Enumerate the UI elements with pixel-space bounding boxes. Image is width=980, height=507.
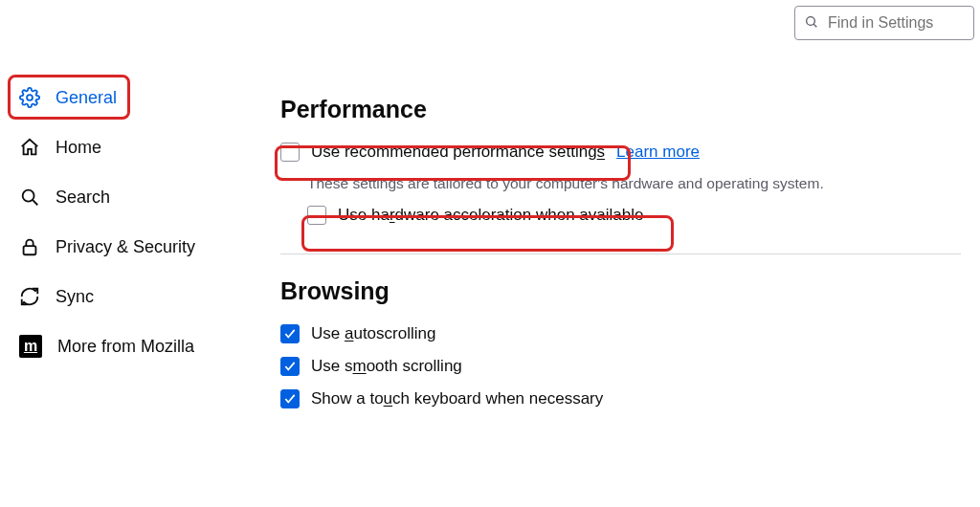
autoscroll-checkbox[interactable] bbox=[280, 324, 300, 343]
sync-icon bbox=[19, 286, 40, 307]
lock-icon bbox=[19, 236, 40, 257]
sidebar-item-label: More from Mozilla bbox=[57, 337, 194, 357]
search-input[interactable] bbox=[794, 6, 974, 40]
recommended-perf-label[interactable]: Use recommended performance settings bbox=[311, 143, 605, 162]
touch-keyboard-row: Show a touch keyboard when necessary bbox=[280, 389, 961, 408]
hw-accel-row: Use hardware acceleration when available bbox=[307, 206, 961, 225]
recommended-perf-row: Use recommended performance settings Lea… bbox=[280, 143, 961, 162]
section-divider bbox=[280, 254, 961, 254]
performance-heading: Performance bbox=[280, 96, 961, 123]
smooth-scroll-label[interactable]: Use smooth scrolling bbox=[311, 357, 462, 376]
sidebar-item-label: Home bbox=[56, 138, 101, 158]
recommended-perf-checkbox[interactable] bbox=[280, 143, 300, 162]
svg-line-4 bbox=[33, 200, 37, 205]
mozilla-icon: m bbox=[19, 335, 42, 358]
autoscroll-label[interactable]: Use autoscrolling bbox=[311, 324, 435, 343]
sidebar-item-search[interactable]: Search bbox=[10, 176, 230, 218]
settings-content: Performance Use recommended performance … bbox=[280, 96, 961, 422]
sidebar-item-home[interactable]: Home bbox=[10, 126, 230, 168]
svg-line-1 bbox=[813, 24, 816, 27]
sidebar-item-label: General bbox=[56, 88, 117, 108]
hw-accel-label[interactable]: Use hardware acceleration when available bbox=[338, 206, 643, 225]
smooth-scroll-checkbox[interactable] bbox=[280, 357, 300, 376]
sidebar-item-privacy[interactable]: Privacy & Security bbox=[10, 226, 230, 268]
hw-accel-checkbox[interactable] bbox=[307, 206, 326, 225]
perf-description: These settings are tailored to your comp… bbox=[307, 175, 961, 192]
learn-more-link[interactable]: Learn more bbox=[616, 143, 700, 162]
touch-keyboard-label[interactable]: Show a touch keyboard when necessary bbox=[311, 389, 603, 408]
svg-rect-5 bbox=[24, 246, 36, 254]
sidebar-item-sync[interactable]: Sync bbox=[10, 276, 230, 318]
home-icon bbox=[19, 137, 40, 158]
search-container bbox=[794, 6, 974, 40]
svg-point-3 bbox=[23, 190, 34, 202]
sidebar-item-mozilla[interactable]: m More from Mozilla bbox=[10, 325, 230, 367]
gear-icon bbox=[19, 87, 40, 108]
sidebar-item-label: Privacy & Security bbox=[56, 237, 195, 257]
sidebar-item-label: Sync bbox=[56, 287, 94, 307]
svg-point-0 bbox=[807, 17, 815, 26]
touch-keyboard-checkbox[interactable] bbox=[280, 389, 300, 408]
autoscroll-row: Use autoscrolling bbox=[280, 324, 961, 343]
search-icon bbox=[804, 14, 819, 30]
sidebar-item-general[interactable]: General bbox=[10, 77, 230, 119]
settings-sidebar: General Home Search Privacy & Security S… bbox=[10, 77, 230, 375]
browsing-heading: Browsing bbox=[280, 277, 961, 305]
search-icon bbox=[19, 187, 40, 208]
sidebar-item-label: Search bbox=[56, 187, 110, 208]
smooth-scroll-row: Use smooth scrolling bbox=[280, 357, 961, 376]
svg-point-2 bbox=[27, 95, 33, 100]
